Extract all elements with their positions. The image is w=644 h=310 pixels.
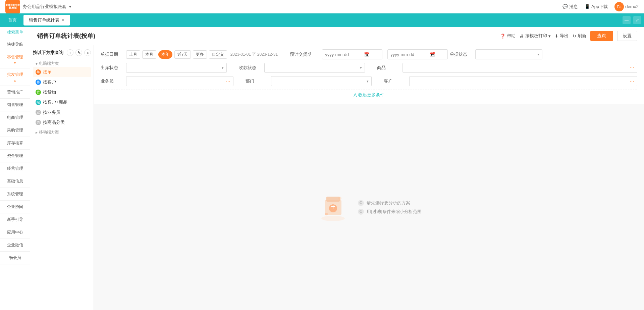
operations-label: 经营管理 xyxy=(7,166,23,171)
scheme-item-by-cust-goods[interactable]: 组 按客户+商品 xyxy=(33,97,91,107)
search-menu-btn[interactable]: 搜索菜单 xyxy=(0,27,30,38)
export-label: 导出 xyxy=(560,33,569,39)
settings-button[interactable]: 设置 xyxy=(617,31,637,41)
export-btn[interactable]: ⬇ 导出 xyxy=(555,33,569,39)
scheme-item-by-order[interactable]: 单 按单 xyxy=(33,67,91,77)
logo-text: 畅捷通好生意 xyxy=(6,4,20,6)
expand-icon: ▾ xyxy=(36,61,38,66)
print-icon: 🖨 xyxy=(520,34,524,39)
out-status-label: 出库状态 xyxy=(101,65,121,71)
tab-home[interactable]: 首页 xyxy=(3,15,22,25)
scheme-panel: 按以下方案查询 + ✎ « ▾ 电脑端方案 单 按单 客 xyxy=(30,45,94,310)
app-download-btn[interactable]: 📱 App下载 xyxy=(585,4,608,10)
date-btn-last-month[interactable]: 上月 xyxy=(126,50,140,59)
tip-num-2: ② xyxy=(358,209,364,215)
scheme-panel-header-actions: + ✎ « xyxy=(67,49,91,56)
expected-date-label: 预计交货期 xyxy=(290,51,317,57)
sidebar-item-quick-nav[interactable]: 快捷导航 xyxy=(0,38,30,51)
empty-tip-1: ① 请先选择要分析的方案 xyxy=(358,200,421,206)
date-btn-this-month[interactable]: 本月 xyxy=(142,50,156,59)
collection-status-label: 收款状态 xyxy=(239,65,259,71)
empty-tip-1-text: 请先选择要分析的方案 xyxy=(367,200,410,206)
scheme-item-by-category-label: 按商品分类 xyxy=(43,119,65,125)
scheme-item-by-category[interactable]: 类 按商品分类 xyxy=(33,117,91,127)
scheme-section-mobile[interactable]: ▸ 移动端方案 xyxy=(33,127,91,136)
apps-label: 应用中心 xyxy=(7,229,23,235)
expected-date-to-input[interactable] xyxy=(387,49,448,59)
sidebar-item-basic[interactable]: 基础信息 xyxy=(0,175,30,188)
filter-row-status: 出库状态 ▾ 收款状态 ▾ 商品 ··· xyxy=(101,63,637,73)
goods-dots-icon[interactable]: ··· xyxy=(630,65,634,71)
template-print-btn[interactable]: 🖨 按模板打印 ▾ xyxy=(520,33,551,39)
sidebar-item-ecom[interactable]: 电商管理 xyxy=(0,111,30,124)
scheme-item-by-customer[interactable]: 客 按客户 xyxy=(33,77,91,87)
refresh-label: 刷新 xyxy=(578,33,586,39)
scheme-collapse-btn[interactable]: « xyxy=(84,49,91,56)
tab-expand-btn[interactable]: ⤢ xyxy=(633,16,641,24)
main-layout: 搜索菜单 快捷导航 零售管理 ▾ 批发管理 ▴ 营销推广 销售管理 电商管理 采… xyxy=(0,27,644,310)
sidebar-item-marketing[interactable]: 营销推广 xyxy=(0,86,30,99)
calendar-from-icon[interactable]: 📅 xyxy=(364,52,370,57)
tabbar: 首页 销售订单统计表 ✕ — ⤢ xyxy=(0,13,644,27)
status-select[interactable]: ▾ xyxy=(475,49,542,59)
sidebar-item-sales[interactable]: 销售管理 xyxy=(0,99,30,111)
scheme-panel-title: 按以下方案查询 xyxy=(33,50,63,56)
salesperson-dots-icon[interactable]: ··· xyxy=(226,78,230,84)
logo-subtext: 标准版 xyxy=(9,6,17,10)
sales-label: 销售管理 xyxy=(7,102,23,108)
page-header: 销售订单统计表(按单) ❓ 帮助 🖨 按模板打印 ▾ ⬇ 导出 ↻ 刷新 xyxy=(30,27,644,45)
customer-select[interactable]: ··· xyxy=(409,76,637,86)
scheme-item-by-salesperson[interactable]: 业 按业务员 xyxy=(33,107,91,117)
calendar-to-icon[interactable]: 📅 xyxy=(429,52,435,57)
sidebar-item-wholesale[interactable]: 批发管理 ▴ xyxy=(0,68,30,86)
sidebar-item-wechat[interactable]: 企业微信 xyxy=(0,239,30,252)
message-btn[interactable]: 💬 消息 xyxy=(562,4,578,10)
date-btn-7days[interactable]: 近7天 xyxy=(174,50,191,59)
expected-date-to-wrapper: 📅 xyxy=(387,49,438,59)
scheme-edit-btn[interactable]: ✎ xyxy=(75,49,82,56)
collapse-btn[interactable]: ⋀ 收起更多条件 xyxy=(101,90,637,100)
app-icon: 📱 xyxy=(585,4,590,9)
quick-nav-label: 快捷导航 xyxy=(7,42,23,47)
tip-num-1: ① xyxy=(358,200,364,206)
date-options-group: 上月 本月 本年 近7天 更多 自定义 2023-01-01 至 2023-12… xyxy=(126,50,278,59)
sidebar-item-corp[interactable]: 企业协同 xyxy=(0,201,30,213)
page-header-actions: ❓ 帮助 🖨 按模板打印 ▾ ⬇ 导出 ↻ 刷新 查询 设置 xyxy=(500,31,637,45)
date-btn-custom[interactable]: 自定义 xyxy=(209,50,227,59)
tab-order-stat[interactable]: 销售订单统计表 ✕ xyxy=(23,15,70,25)
sidebar-item-inventory[interactable]: 库存核算 xyxy=(0,137,30,150)
sidebar-item-apps[interactable]: 应用中心 xyxy=(0,226,30,239)
sidebar-item-newbie[interactable]: 新手引导 xyxy=(0,213,30,226)
topbar-dropdown-icon[interactable]: ▾ xyxy=(69,4,71,9)
filter-row-date: 单据日期 上月 本月 本年 近7天 更多 自定义 2023-01-01 至 20… xyxy=(101,49,637,59)
out-status-select[interactable]: ▾ xyxy=(126,63,227,73)
department-select[interactable]: ▾ xyxy=(271,76,372,86)
query-button[interactable]: 查询 xyxy=(590,31,613,41)
refresh-btn[interactable]: ↻ 刷新 xyxy=(573,33,586,39)
customer-dots-icon[interactable]: ··· xyxy=(630,78,634,84)
sidebar-item-member[interactable]: 畅会员 xyxy=(0,252,30,264)
topbar-left: 畅捷通好生意 标准版 办公用品行业模拟账套 ▾ xyxy=(5,0,71,14)
collection-status-select[interactable]: ▾ xyxy=(264,63,365,73)
empty-tip-2-text: 用[过滤]条件来缩小分析范围 xyxy=(367,209,421,215)
expected-date-from-input[interactable] xyxy=(322,49,382,59)
sidebar-item-retail[interactable]: 零售管理 ▾ xyxy=(0,51,30,68)
scheme-item-by-goods[interactable]: 货 按货物 xyxy=(33,87,91,97)
tab-close-icon[interactable]: ✕ xyxy=(61,18,65,22)
scheme-add-btn[interactable]: + xyxy=(67,49,73,56)
user-menu[interactable]: Ea demo2 xyxy=(614,2,639,11)
sidebar-item-purchase[interactable]: 采购管理 xyxy=(0,124,30,137)
salesperson-label: 业务员 xyxy=(101,78,121,84)
salesperson-select[interactable]: ··· xyxy=(126,76,233,86)
message-icon: 💬 xyxy=(562,4,568,9)
empty-tips: ① 请先选择要分析的方案 ② 用[过滤]条件来缩小分析范围 xyxy=(358,200,421,215)
date-btn-this-year[interactable]: 本年 xyxy=(158,50,172,59)
sidebar-item-system[interactable]: 系统管理 xyxy=(0,188,30,201)
help-btn[interactable]: ❓ 帮助 xyxy=(500,33,516,39)
tab-minimize-btn[interactable]: — xyxy=(623,16,631,24)
goods-select[interactable]: ··· xyxy=(402,63,637,73)
svg-rect-2 xyxy=(326,197,340,202)
sidebar-item-finance[interactable]: 资金管理 xyxy=(0,150,30,162)
sidebar-item-operations[interactable]: 经营管理 xyxy=(0,162,30,175)
date-btn-more[interactable]: 更多 xyxy=(193,50,207,59)
